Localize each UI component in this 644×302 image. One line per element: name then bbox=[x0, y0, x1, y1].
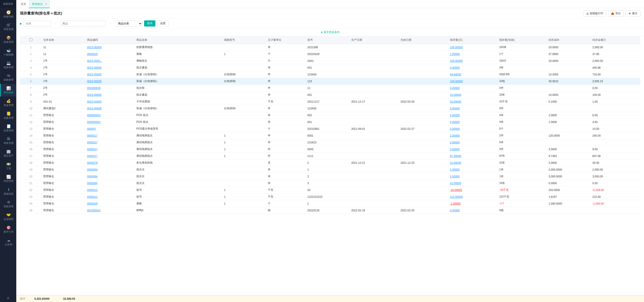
row-qty-main[interactable]: 10.00000 bbox=[448, 92, 498, 98]
settings-panel-button[interactable]: 设置 bbox=[157, 20, 168, 27]
row-qty-main[interactable]: 0.00000 bbox=[448, 207, 498, 214]
row-code[interactable]: 0000017 bbox=[86, 132, 135, 139]
sidebar-item-guide[interactable]: 🎯 新手引导 bbox=[0, 223, 16, 236]
row-qty-main[interactable]: -16.00000 bbox=[448, 187, 498, 194]
table-wrap: 仓库名称 商品编码 商品名称 规格型号 主计量单位 批号 生产日期 失效日期 现… bbox=[16, 36, 644, 295]
tab-home[interactable]: 首页 bbox=[18, 0, 29, 8]
table-row: 15 营营输仓 0000017 测试电商批次 1 件 210423 0.0000… bbox=[20, 139, 640, 146]
row-qty-pkg: 0个 bbox=[498, 125, 547, 132]
row-code[interactable]: 0000084 bbox=[86, 180, 135, 187]
sidebar-item-tax[interactable]: 🏛 税务管理 bbox=[0, 134, 16, 147]
sidebar-item-salary[interactable]: 💵 工资 bbox=[0, 160, 16, 172]
sidebar-item-inventory[interactable]: 📊 库存核算 bbox=[0, 84, 16, 96]
row-code[interactable]: 0000084 bbox=[86, 173, 135, 180]
row-code[interactable]: 0000029 bbox=[86, 51, 135, 58]
category-select[interactable]: 商品分类 bbox=[115, 21, 142, 27]
row-warehouse: 11 bbox=[42, 51, 86, 58]
row-code[interactable]: 0000017 bbox=[86, 139, 135, 146]
tab-close-button[interactable]: ✕ bbox=[45, 3, 47, 6]
row-code[interactable]: 0023-00005 bbox=[86, 98, 135, 105]
sidebar-item-nav[interactable]: 🧭 快捷导航 bbox=[0, 8, 16, 21]
row-batch: 3 bbox=[306, 180, 350, 187]
tab-inventory-batch[interactable]: 库存批次 ✕ bbox=[29, 0, 50, 8]
row-code[interactable]: 0000084 bbox=[86, 166, 135, 173]
row-prod-date bbox=[350, 51, 399, 58]
row-qty-main[interactable]: 10.00000 bbox=[448, 98, 498, 105]
table-row: 18 营营输仓 0000078 多头黑色软线 支 2 2021-12-21 20… bbox=[20, 160, 640, 166]
warehouse-input[interactable] bbox=[24, 21, 51, 27]
row-code[interactable]: 000097 bbox=[86, 125, 135, 132]
export-button[interactable]: 📤 导出 bbox=[608, 11, 624, 17]
row-qty-main[interactable]: 122.00000 bbox=[448, 194, 498, 200]
table-row: 20 营营输仓 0000084 批次次 米 2 1.00000 1米 3,000… bbox=[20, 173, 640, 180]
row-qty-main[interactable]: 100.00000 bbox=[448, 78, 498, 85]
row-code[interactable]: 0023-00005 bbox=[86, 71, 135, 78]
table-row: 12 营营输仓 000900001 POS 批次 米 001 4.00000 4… bbox=[20, 119, 640, 125]
row-code[interactable]: 0000012 bbox=[86, 194, 135, 200]
row-qty-main[interactable]: 4.00000 bbox=[448, 119, 498, 125]
row-qty-main[interactable]: 100.00000 bbox=[448, 44, 498, 51]
row-code[interactable]: 0023-00005 bbox=[86, 64, 135, 71]
sidebar-item-mgmt[interactable]: 📈 经营管理 bbox=[0, 172, 16, 185]
row-qty-main[interactable]: 49.60000 bbox=[448, 71, 498, 78]
sidebar-search[interactable]: 搜索菜单 bbox=[0, 0, 16, 8]
row-code[interactable]: 0000078 bbox=[86, 160, 135, 166]
sidebar-item-ledger[interactable]: 📒 总账管理 bbox=[0, 109, 16, 122]
row-qty-main[interactable]: 3.00000 bbox=[448, 146, 498, 153]
row-qty-main[interactable]: 0.00000 bbox=[448, 64, 498, 71]
row-qty-main[interactable]: 1.00000 bbox=[448, 166, 498, 173]
row-code[interactable]: 0023-0000... bbox=[86, 58, 135, 64]
expand-conditions-toggle[interactable]: ▼ 展开更多条件 bbox=[320, 30, 340, 35]
row-code[interactable]: 000900001 bbox=[86, 112, 135, 119]
row-code[interactable]: 0000012 bbox=[86, 187, 135, 194]
row-warehouse: 营营输仓 bbox=[42, 139, 86, 146]
row-code[interactable]: 001000026 bbox=[86, 85, 135, 92]
sidebar-item-finance[interactable]: 💰 资金管理 bbox=[0, 96, 16, 109]
row-qty-main[interactable]: 0.00000 bbox=[448, 85, 498, 92]
row-qty-pkg: 10千克 bbox=[498, 98, 547, 105]
row-qty-main[interactable]: 1.00000 bbox=[448, 51, 498, 58]
sidebar-item-base[interactable]: ℹ 基础信息 bbox=[0, 185, 16, 198]
row-qty-main[interactable]: 0.00000 bbox=[448, 139, 498, 146]
row-qty-main[interactable]: 4.00000 bbox=[448, 112, 498, 119]
row-qty-main[interactable]: -1.00000 bbox=[448, 200, 498, 207]
sidebar-item-purchase[interactable]: 🛍 采购管理 bbox=[0, 71, 16, 84]
filter-toggle[interactable]: ▶ bbox=[20, 22, 22, 25]
row-qty-main[interactable]: 1.00000 bbox=[448, 173, 498, 180]
search-button[interactable]: 查询 bbox=[144, 20, 156, 27]
separator-1: ··· bbox=[54, 22, 57, 25]
row-qty-main[interactable]: 0.00000 bbox=[448, 125, 498, 132]
row-qty-main[interactable]: 0.00000 bbox=[448, 105, 498, 112]
row-code[interactable]: 000900001 bbox=[86, 119, 135, 125]
row-qty-main[interactable]: 10.00000 bbox=[448, 160, 498, 166]
sidebar-item-cloud[interactable]: ☁ 云应用 bbox=[0, 236, 16, 248]
row-code[interactable]: 0000017 bbox=[86, 153, 135, 160]
sidebar-item-collab[interactable]: 🤝 企业协同 bbox=[0, 210, 16, 223]
row-code[interactable]: 0023-00008 bbox=[86, 78, 135, 85]
sidebar-settings[interactable]: ⚙ bbox=[0, 294, 16, 302]
row-code[interactable]: 0000029 bbox=[86, 200, 135, 207]
row-qty-main[interactable]: 10.00000 bbox=[448, 180, 498, 187]
sidebar-item-retail[interactable]: 🛒 零售管理 bbox=[0, 21, 16, 33]
sidebar-item-assets[interactable]: 🏢 固定资产 bbox=[0, 147, 16, 160]
row-code[interactable]: 0023-00008 bbox=[86, 105, 135, 112]
row-qty-main[interactable]: 100.00000 bbox=[448, 58, 498, 64]
sidebar-item-ecom[interactable]: 💻 电商管理 bbox=[0, 59, 16, 71]
row-code[interactable]: 0023-00009 bbox=[86, 44, 135, 51]
toggle-button[interactable]: 👁 展示 bbox=[626, 11, 640, 17]
sidebar-item-sys[interactable]: ⚙ 系统管理 bbox=[0, 198, 16, 210]
row-name: 多头黑色软线 bbox=[135, 160, 223, 166]
row-name: 测试电商批次 bbox=[135, 132, 223, 139]
select-all-checkbox[interactable] bbox=[30, 38, 32, 41]
row-code[interactable]: 0023-00005 bbox=[86, 92, 135, 98]
row-qty-main[interactable]: 2.00000 bbox=[448, 132, 498, 139]
product-input[interactable] bbox=[60, 21, 106, 27]
sidebar-item-invoice[interactable]: 🧾 发票管理 bbox=[0, 122, 16, 134]
sidebar-item-wholesale[interactable]: 📦 批发管理 bbox=[0, 33, 16, 46]
row-code[interactable]: 001000031 bbox=[86, 207, 135, 214]
sidebar-item-ecom-small[interactable]: 🐋 小鲸电商 bbox=[0, 46, 16, 59]
row-qty-main[interactable]: 87.00000 bbox=[448, 153, 498, 160]
row-code[interactable]: 0000017 bbox=[86, 146, 135, 153]
row-unit: 千克 bbox=[266, 187, 306, 194]
print-button[interactable]: 🖨 按模版打印 bbox=[583, 11, 606, 17]
